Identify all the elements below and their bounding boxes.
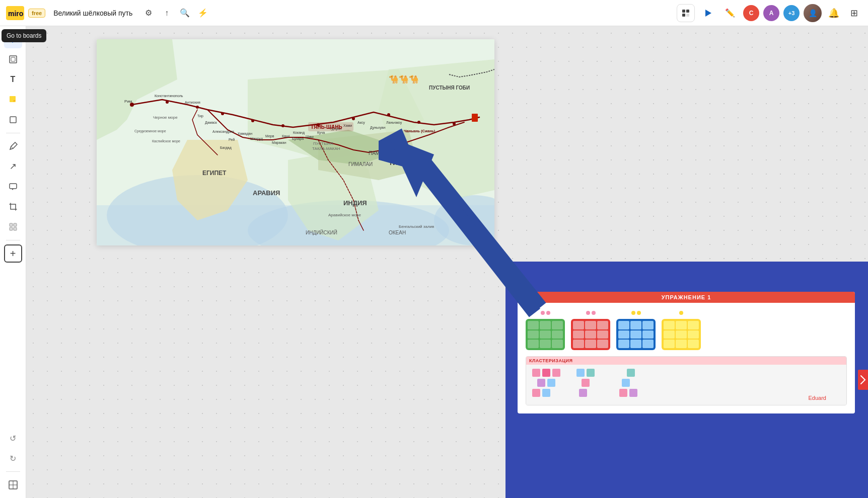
redo-button[interactable]: ↻ — [4, 449, 22, 467]
svg-text:Черное море: Черное море — [153, 115, 178, 120]
svg-point-33 — [417, 121, 420, 124]
green-card-group — [526, 311, 565, 350]
svg-text:ГИМАЛАИ: ГИМАЛАИ — [348, 161, 373, 167]
svg-text:Мерв: Мерв — [265, 134, 274, 138]
svg-rect-9 — [10, 96, 16, 102]
red-card-group — [571, 311, 610, 350]
avatar-main[interactable]: 👤 — [804, 4, 822, 22]
svg-text:Ланьчжоу: Ланьчжоу — [386, 121, 402, 125]
red-card — [571, 319, 610, 350]
svg-text:miro: miro — [8, 10, 23, 18]
blue-card-group — [616, 311, 656, 350]
collaborate-button[interactable]: ✏️ — [721, 4, 739, 22]
svg-point-26 — [196, 106, 199, 109]
svg-point-29 — [281, 124, 284, 127]
blue-card — [616, 319, 656, 350]
grid-button[interactable] — [4, 476, 22, 494]
yellow-dots — [679, 311, 683, 315]
svg-rect-4 — [682, 14, 685, 17]
connector-tool[interactable] — [4, 157, 22, 176]
text-tool[interactable]: T — [4, 70, 22, 89]
board-title[interactable]: Великий шёлковый путь — [53, 9, 132, 17]
svg-rect-5 — [686, 14, 689, 17]
svg-text:ЕГИПЕТ: ЕГИПЕТ — [202, 170, 227, 177]
yellow-card — [662, 319, 701, 350]
free-badge: free — [28, 9, 45, 18]
blue-dots — [631, 311, 641, 315]
svg-text:Хамадан: Хамадан — [238, 132, 252, 136]
settings-button[interactable]: ⚙ — [140, 5, 157, 21]
frames-tool[interactable] — [4, 50, 22, 68]
svg-rect-13 — [14, 223, 17, 226]
svg-text:Антиохия: Антиохия — [185, 101, 200, 104]
svg-text:ПУСТЫНЯ ГОБИ: ПУСТЫНЯ ГОБИ — [429, 85, 470, 91]
shape-tool[interactable] — [4, 111, 22, 129]
map-container: Рим Константинополь Антиохия Тир Дамаск … — [97, 39, 494, 245]
yellow-card-group — [662, 311, 701, 350]
exercise-panel: УПРАЖНЕНИЕ 1 — [518, 292, 855, 413]
green-dots — [541, 311, 550, 315]
undo-button[interactable]: ↺ — [4, 429, 22, 447]
svg-text:Средиземное море: Средиземное море — [134, 129, 166, 133]
svg-text:🐪🐪🐪: 🐪🐪🐪 — [389, 74, 419, 84]
divider-1 — [6, 133, 20, 133]
svg-text:Маракан: Маракан — [272, 141, 286, 145]
svg-text:ПАМИР: ПАМИР — [369, 150, 387, 156]
svg-text:Рим: Рим — [124, 99, 132, 104]
svg-point-34 — [453, 122, 456, 125]
search-button[interactable]: 🔍 — [177, 5, 193, 21]
svg-text:ТАКЛА-МАКАН: ТАКЛА-МАКАН — [312, 146, 340, 151]
avatar-c[interactable]: C — [743, 5, 759, 21]
canvas[interactable]: Рим Константинополь Антиохия Тир Дамаск … — [26, 26, 868, 498]
integrations-button[interactable]: ⚡ — [195, 5, 211, 21]
template-tool[interactable] — [4, 218, 22, 236]
present-button[interactable] — [699, 4, 717, 22]
select-tool[interactable] — [4, 30, 22, 48]
svg-rect-3 — [686, 10, 689, 13]
share-button[interactable]: ↑ — [159, 5, 175, 21]
dot-b1 — [631, 311, 635, 315]
header-right: ✏️ C A +3 👤 🔔 ⊞ — [677, 4, 862, 22]
svg-text:Кашi: Кашi — [282, 134, 290, 138]
svg-point-32 — [387, 113, 390, 116]
dot-y1 — [679, 311, 683, 315]
crop-tool[interactable] — [4, 198, 22, 216]
svg-point-25 — [166, 101, 169, 104]
svg-rect-14 — [10, 227, 13, 230]
dot-b2 — [637, 311, 641, 315]
left-sidebar: T + ↺ ↻ — [0, 26, 26, 498]
logo: miro — [6, 6, 24, 20]
user-cursor-label: Eduard — [809, 395, 826, 401]
notifications-button[interactable]: 🔔 — [826, 5, 842, 21]
sticky-note-tool[interactable] — [4, 91, 22, 109]
miro-logo-icon: miro — [6, 6, 24, 20]
red-dots — [586, 311, 596, 315]
dot-r1 — [586, 311, 590, 315]
avatar-a[interactable]: A — [763, 5, 779, 21]
svg-marker-6 — [705, 10, 711, 17]
svg-text:ИНДИЯ: ИНДИЯ — [343, 199, 367, 207]
svg-text:Куча: Куча — [317, 131, 325, 135]
svg-rect-7 — [10, 56, 17, 63]
svg-rect-12 — [10, 223, 13, 226]
svg-text:Аравийское море: Аравийское море — [328, 213, 361, 217]
pen-tool[interactable] — [4, 137, 22, 155]
svg-text:ПУСТЫНЯ: ПУСТЫНЯ — [313, 141, 333, 146]
clustering-panel: КЛАСТЕРИЗАЦИЯ — [526, 356, 847, 405]
svg-text:Константинополь: Константинополь — [155, 94, 183, 98]
svg-rect-2 — [682, 10, 685, 13]
dot-1 — [541, 311, 545, 315]
svg-point-28 — [251, 119, 254, 122]
comment-tool[interactable] — [4, 178, 22, 196]
apps-button[interactable]: ⊞ — [846, 5, 862, 21]
avatar-count[interactable]: +3 — [783, 5, 800, 21]
add-button[interactable]: + — [4, 244, 22, 263]
svg-rect-10 — [10, 117, 16, 123]
svg-text:Александрия: Александрия — [212, 130, 234, 134]
svg-text:Рей: Рей — [229, 138, 235, 141]
header-tools: ⚙ ↑ 🔍 ⚡ — [140, 5, 211, 21]
right-arrow-tab[interactable] — [858, 370, 868, 390]
svg-text:Багдад: Багдад — [220, 146, 232, 150]
exercise-header: УПРАЖНЕНИЕ 1 — [518, 292, 855, 303]
frames-toggle-button[interactable] — [677, 4, 695, 22]
